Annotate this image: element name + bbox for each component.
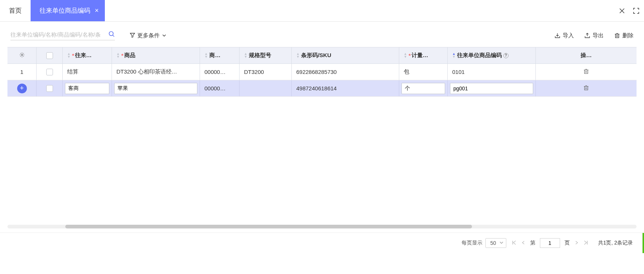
svg-rect-7 [616,34,619,38]
page-next-button[interactable] [574,240,579,246]
sort-icon: ▲▼ [404,52,407,59]
search-wrap [10,31,115,40]
party-code-input[interactable] [450,83,533,94]
cell-party[interactable]: 结算 [63,64,112,80]
cell-product-num: 00000… [200,64,240,80]
column-product[interactable]: ▲▼ * 商品 [112,47,200,63]
horizontal-scrollbar[interactable] [7,224,637,230]
column-barcode-label: 条形码/SKU [301,52,331,59]
scrollbar-thumb[interactable] [65,225,472,228]
chevron-down-icon [162,32,166,39]
cell-party-code[interactable]: 0101 [448,64,536,80]
import-button[interactable]: 导入 [554,32,574,39]
row-checkbox[interactable] [46,69,53,75]
table-header: ▲▼ * 往来… ▲▼ * 商品 ▲▼ 商… ▲▼ 规格型号 [7,47,637,64]
row-delete-button[interactable] [583,85,589,92]
per-page-label: 每页显示 [462,240,482,246]
required-marker: * [409,52,411,59]
tab-active-label: 往来单位商品编码 [40,6,90,15]
search-input[interactable] [10,31,106,38]
cell-party[interactable] [63,80,112,96]
cell-barcode: 4987240618614 [292,80,399,96]
fullscreen-icon[interactable] [633,7,640,14]
cell-spec-value: DT3200 [244,69,264,75]
cell-party-value: 结算 [67,68,78,75]
cell-product[interactable] [112,80,200,96]
party-input[interactable] [65,83,109,94]
svg-marker-4 [130,33,135,37]
svg-line-3 [113,35,115,37]
column-operation-label: 操… [581,52,592,59]
cell-barcode: 6922868285730 [292,64,399,80]
gear-icon [19,52,25,59]
cell-uom[interactable] [399,80,448,96]
svg-rect-13 [585,70,588,74]
page-size-value: 50 [490,240,496,246]
cell-product[interactable]: DT3200 心相印茶语经… [112,64,200,80]
export-button[interactable]: 导出 [584,32,604,39]
close-panel-icon[interactable] [619,7,625,14]
svg-rect-18 [585,87,588,90]
cell-operation [536,64,637,80]
trash-icon [614,32,620,38]
column-party[interactable]: ▲▼ * 往来… [63,47,112,63]
column-product-num[interactable]: ▲▼ 商… [200,47,240,63]
row-checkbox-cell[interactable] [37,64,63,80]
pagination-summary: 共1页, 2条记录 [598,240,633,246]
uom-input[interactable] [401,83,445,94]
table-row: 1 结算 DT3200 心相印茶语经… 00000… DT3200 [7,64,637,80]
column-spec[interactable]: ▲▼ 规格型号 [240,47,292,63]
delete-label: 删除 [622,32,634,39]
row-index-value: 1 [20,69,23,75]
toolbar: 更多条件 导入 导出 删除 [0,25,644,47]
required-marker: * [121,52,124,59]
cell-party-code[interactable] [448,80,536,96]
column-spec-label: 规格型号 [249,52,271,59]
search-icon[interactable] [108,31,115,38]
cell-uom[interactable]: 包 [399,64,448,80]
import-label: 导入 [563,32,574,39]
svg-point-2 [109,32,113,36]
pagination-bar: 每页显示 50 第 页 共1页, 2条 [0,233,644,253]
column-uom[interactable]: ▲▼ * 计量… [399,47,448,63]
column-operation: 操… [536,47,637,63]
page-prefix: 第 [530,240,535,246]
table-row-editing: + 00000… 4987240618614 [7,80,637,97]
row-checkbox[interactable] [46,85,53,92]
column-product-label: 商品 [124,52,135,59]
page-last-button[interactable] [583,240,588,246]
sort-icon: ▲▼ [67,52,71,59]
row-delete-button[interactable] [583,68,589,75]
close-tab-icon[interactable]: × [95,7,99,15]
help-icon[interactable]: ? [503,53,509,58]
cell-barcode-value: 4987240618614 [296,85,337,91]
tab-home[interactable]: 首页 [0,0,31,21]
column-select-all[interactable] [37,47,63,63]
required-marker: * [72,52,74,59]
delete-button[interactable]: 删除 [614,32,634,39]
cell-product-num-value: 00000… [204,69,226,75]
more-conditions-button[interactable]: 更多条件 [130,32,166,39]
page-number-input[interactable] [540,238,560,248]
page-first-button[interactable] [512,240,517,246]
page-prev-button[interactable] [521,240,526,246]
checkbox-all[interactable] [46,52,53,59]
page-size-select[interactable]: 50 [485,238,506,248]
row-index: 1 [7,64,37,80]
sort-icon: ▲▼ [244,52,247,59]
row-checkbox-cell[interactable] [37,80,63,96]
tab-party-product-code[interactable]: 往来单位商品编码 × [31,0,105,21]
column-barcode[interactable]: ▲▼ 条形码/SKU [292,47,399,63]
svg-point-12 [21,54,22,56]
export-icon [584,32,590,38]
column-settings[interactable] [7,47,37,63]
product-input[interactable] [114,83,197,94]
row-add-cell: + [7,80,37,96]
cell-party-code-value: 0101 [452,69,465,75]
import-icon [554,32,560,38]
table: ▲▼ * 往来… ▲▼ * 商品 ▲▼ 商… ▲▼ 规格型号 [7,47,637,160]
column-party-code[interactable]: ▲▼ 往来单位商品编码 ? [448,47,536,63]
cell-product-num-value: 00000… [204,85,226,91]
add-row-button[interactable]: + [17,84,27,93]
content: 更多条件 导入 导出 删除 [0,22,644,253]
